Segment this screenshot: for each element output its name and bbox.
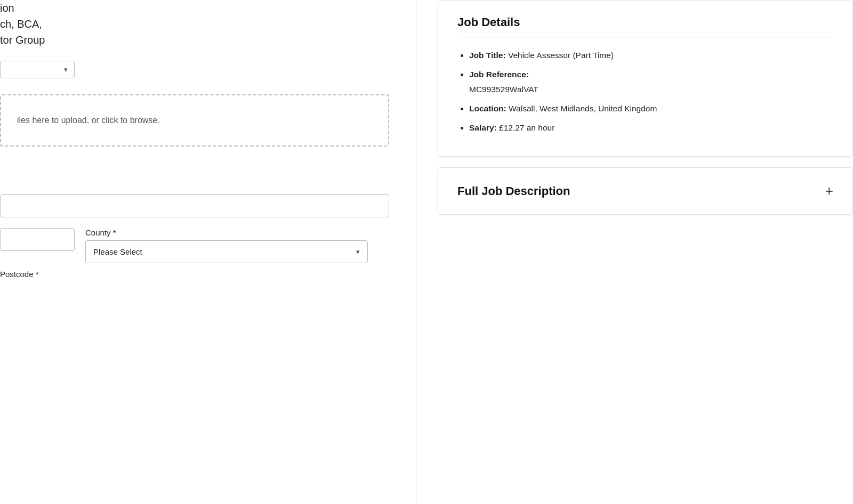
small-dropdown[interactable]: ▾	[0, 61, 75, 78]
job-title-value: Vehicle Assessor (Part Time)	[508, 51, 614, 60]
job-title-item: Job Title: Vehicle Assessor (Part Time)	[469, 48, 833, 63]
job-title-label: Job Title:	[469, 51, 506, 60]
right-panel: Job Details Job Title: Vehicle Assessor …	[416, 0, 853, 504]
upload-text: iles here to upload, or click to browse.	[17, 116, 160, 125]
company-text-line3: tor Group	[0, 32, 395, 48]
salary-item: Salary: £12.27 an hour	[469, 120, 833, 135]
job-details-list: Job Title: Vehicle Assessor (Part Time) …	[457, 48, 833, 135]
small-dropdown-chevron: ▾	[64, 66, 68, 74]
left-panel: ion ch, BCA, tor Group ▾ iles here to up…	[0, 0, 416, 504]
city-field-group	[0, 228, 75, 251]
location-label: Location:	[469, 104, 506, 113]
county-field-group: County * Please Select ▾	[85, 228, 368, 263]
file-upload-area[interactable]: iles here to upload, or click to browse.	[0, 94, 389, 147]
county-dropdown[interactable]: Please Select ▾	[85, 240, 368, 263]
job-ref-value: MC993529WalVAT	[469, 85, 538, 94]
location-value: Walsall, West Midlands, United Kingdom	[509, 104, 657, 113]
county-label: County *	[85, 228, 368, 237]
job-ref-item: Job Reference: MC993529WalVAT	[469, 67, 833, 97]
spacer	[0, 162, 395, 194]
location-item: Location: Walsall, West Midlands, United…	[469, 101, 833, 116]
address-row: County * Please Select ▾	[0, 228, 395, 263]
salary-label: Salary:	[469, 123, 497, 132]
full-desc-title: Full Job Description	[457, 184, 570, 198]
city-input[interactable]	[0, 228, 75, 251]
small-dropdown-wrapper: ▾	[0, 61, 395, 78]
company-info-text: ion ch, BCA, tor Group	[0, 0, 395, 52]
company-text-line1: ion	[0, 0, 395, 16]
job-details-card: Job Details Job Title: Vehicle Assessor …	[438, 0, 853, 157]
address-line-input[interactable]	[0, 194, 389, 217]
card-divider	[457, 37, 833, 37]
company-text-line2: ch, BCA,	[0, 16, 395, 32]
postcode-label: Postcode *	[0, 270, 395, 279]
salary-value: £12.27 an hour	[499, 123, 554, 132]
expand-icon: +	[825, 183, 833, 199]
job-ref-label: Job Reference:	[469, 70, 529, 79]
county-dropdown-chevron: ▾	[356, 248, 360, 256]
county-dropdown-value: Please Select	[93, 247, 142, 256]
job-details-heading: Job Details	[457, 15, 833, 29]
full-job-description-card[interactable]: Full Job Description +	[438, 167, 853, 215]
